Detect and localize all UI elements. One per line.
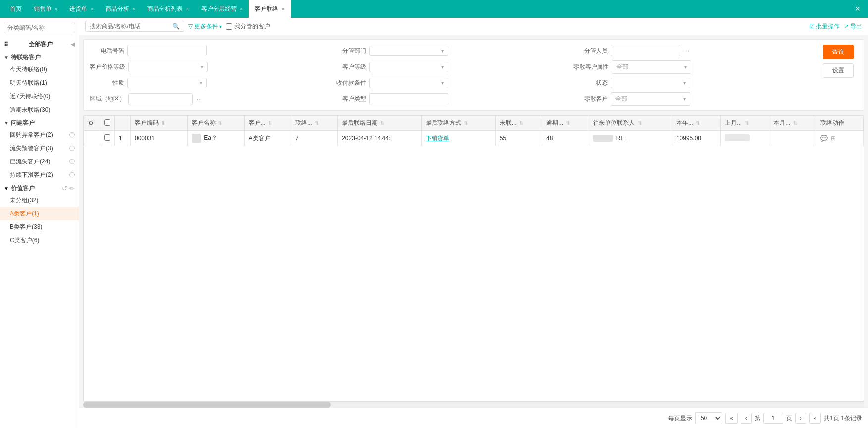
filter-scatter-select[interactable]: 全部 ▾ [611,92,690,106]
sidebar-all-customers-header[interactable]: ⠿ 全部客户 ◀ [0,37,79,52]
sidebar-item-7day-contact[interactable]: 近7天待联络(0) [0,90,79,103]
sort-unit-icon[interactable]: ⇅ [638,120,642,126]
filter-status-select[interactable]: ▾ [611,78,690,88]
contact-method-link[interactable]: 下销货单 [426,135,449,142]
row-checkbox[interactable] [104,134,110,141]
refresh-icon[interactable]: ↺ [62,185,67,192]
col-code[interactable]: 客户编码 ⇅ [131,116,188,131]
col-unit-contact[interactable]: 往来单位联系人 ⇅ [589,116,672,131]
page-number-input[interactable] [763,413,783,424]
nav-tab-product-list-close[interactable]: × [186,6,189,12]
query-button[interactable]: 查询 [823,45,854,59]
col-last-method[interactable]: 最后联络方式 ⇅ [421,116,495,131]
last-page-button[interactable]: » [809,413,821,424]
toolbar-search-box[interactable]: 🔍 [85,21,184,32]
sort-name-icon[interactable]: ⇅ [218,120,222,126]
nav-tab-home[interactable]: 首页 [4,0,28,18]
nav-tab-sales[interactable]: 销售单 × [28,0,63,18]
sort-code-icon[interactable]: ⇅ [161,120,165,126]
sidebar-item-repurchase-abnormal[interactable]: 回购异常客户(2) ⓘ [0,128,79,142]
info-icon-2[interactable]: ⓘ [69,144,75,153]
col-this-month[interactable]: 本月... ⇅ [769,116,816,131]
col-no-contact[interactable]: 未联... ⇅ [495,116,542,131]
sort-no-contact-icon[interactable]: ⇅ [519,120,523,126]
filter-customer-type-input[interactable] [369,93,448,105]
sidebar-item-churn-warning[interactable]: 流失预警客户(3) ⓘ [0,142,79,155]
sort-last-month-icon[interactable]: ⇅ [745,120,749,126]
sidebar-group-problem-customers[interactable]: ▼ 问题客户 [0,117,79,128]
filter-scatter-attr-select[interactable]: 全部 ▾ [612,60,691,74]
next-page-button[interactable]: › [795,413,806,424]
grid-icon[interactable]: ⊞ [831,135,836,142]
filter-customer-grade-select[interactable]: ▾ [369,62,448,72]
col-last-date[interactable]: 最后联络日期 ⇅ [338,116,422,131]
sidebar-item-a-class[interactable]: A类客户(1) [0,207,79,220]
my-customers-checkbox[interactable] [226,23,232,30]
nav-tab-customer-contact[interactable]: 客户联络 × [249,0,290,18]
nav-tab-customer-contact-close[interactable]: × [281,6,284,12]
col-overdue[interactable]: 逾期... ⇅ [542,116,589,131]
toolbar-search-icon[interactable]: 🔍 [172,23,180,30]
sort-this-month-icon[interactable]: ⇅ [793,120,797,126]
sidebar-search-input[interactable] [7,24,79,31]
nav-tab-purchase-close[interactable]: × [90,6,93,12]
filter-person-input[interactable] [611,45,680,56]
sidebar-item-today-contact[interactable]: 今天待联络(0) [0,63,79,76]
sidebar-item-declining[interactable]: 持续下滑客户(2) ⓘ [0,168,79,182]
scrollbar-thumb[interactable] [83,402,331,408]
nav-tab-customer-segment-close[interactable]: × [240,6,243,12]
page-size-select[interactable]: 50 20 100 [695,412,722,424]
sidebar-group-pending-contact[interactable]: ▼ 待联络客户 [0,52,79,63]
nav-tab-product-list[interactable]: 商品分析列表 × [141,0,195,18]
chat-icon[interactable]: 💬 [820,135,828,142]
filter-dept-select[interactable]: ▾ [369,46,448,56]
window-close-button[interactable]: × [851,4,864,14]
first-page-button[interactable]: « [725,413,738,424]
nav-tab-product-analysis[interactable]: 商品分析 × [100,0,141,18]
bulk-ops-button[interactable]: ☑ 批量操作 [809,22,840,31]
edit-icon[interactable]: ✏ [69,185,75,192]
export-button[interactable]: ↗ 导出 [844,22,862,31]
sidebar-item-overdue-contact[interactable]: 逾期未联络(30) [0,104,79,117]
col-gear[interactable]: ⚙ [84,116,100,131]
sort-overdue-icon[interactable]: ⇅ [566,120,570,126]
filter-region-more-icon[interactable]: ··· [197,96,202,103]
info-icon-4[interactable]: ⓘ [69,171,75,180]
col-type[interactable]: 客户... ⇅ [244,116,291,131]
filter-phone-input[interactable] [127,45,207,56]
info-icon-1[interactable]: ⓘ [69,131,75,140]
filter-region-input[interactable] [128,93,193,105]
nav-tab-sales-close[interactable]: × [54,6,57,12]
my-customers-checkbox-label[interactable]: 我分管的客户 [226,22,270,31]
nav-tab-purchase[interactable]: 进货单 × [63,0,99,18]
filter-price-grade-select[interactable]: ▾ [128,62,208,72]
filter-person-more-icon[interactable]: ··· [684,47,689,54]
nav-tab-product-analysis-close[interactable]: × [132,6,135,12]
sidebar-item-b-class[interactable]: B类客户(33) [0,220,79,234]
col-contact[interactable]: 联络... ⇅ [291,116,337,131]
toolbar-search-input[interactable] [90,23,172,30]
sidebar-item-churned[interactable]: 已流失客户(24) ⓘ [0,155,79,168]
col-last-month[interactable]: 上月... ⇅ [721,116,769,131]
more-filter-button[interactable]: ▽ 更多条件 ▾ [188,22,222,31]
sort-contact-icon[interactable]: ⇅ [315,120,319,126]
cell-last-method[interactable]: 下销货单 [421,131,495,146]
sidebar-item-c-class[interactable]: C类客户(6) [0,234,79,247]
customer-name-text[interactable]: Ea？ [204,134,217,141]
sort-type-icon[interactable]: ⇅ [268,120,272,126]
select-all-checkbox[interactable] [104,119,110,126]
horizontal-scrollbar[interactable] [83,402,864,408]
sidebar-search-box[interactable]: 🔍 [4,22,75,33]
col-name[interactable]: 客户名称 ⇅ [187,116,244,131]
sort-method-icon[interactable]: ⇅ [464,120,468,126]
filter-nature-select[interactable]: ▾ [127,78,207,88]
info-icon-3[interactable]: ⓘ [69,158,75,166]
sidebar-item-tomorrow-contact[interactable]: 明天待联络(1) [0,76,79,90]
sidebar-collapse-icon[interactable]: ◀ [71,41,75,48]
sidebar-item-unclassified[interactable]: 未分组(32) [0,194,79,207]
col-this-year[interactable]: 本年... ⇅ [672,116,720,131]
setting-button[interactable]: 设置 [823,63,854,78]
filter-payment-select[interactable]: ▾ [369,78,448,88]
sort-this-year-icon[interactable]: ⇅ [696,120,700,126]
nav-tab-customer-segment[interactable]: 客户分层经营 × [195,0,249,18]
